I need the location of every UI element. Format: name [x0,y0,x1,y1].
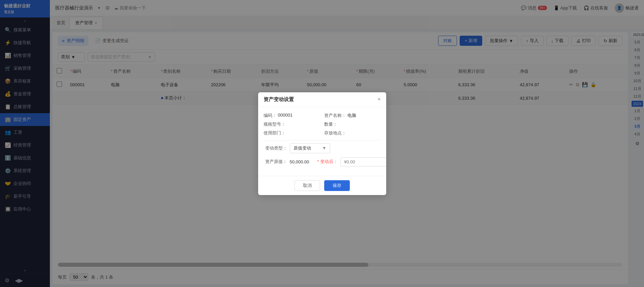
change-type-label: 变动类型： [264,145,287,151]
save-btn[interactable]: 保存 [324,180,350,191]
dialog-body: 编码： 000001 资产名称： 电脑 规格型号： 数量： 使用部门： [258,107,386,176]
dialog-code-item: 编码： 000001 [264,113,320,119]
dialog-name-item: 资产名称： 电脑 [324,113,381,119]
asset-change-dialog: 资产变动设置 × 编码： 000001 资产名称： 电脑 规格型号： 数量： [258,92,386,195]
dialog-name-label: 资产名称： [324,113,346,119]
dialog-info-grid: 编码： 000001 资产名称： 电脑 规格型号： 数量： 使用部门： [264,113,381,136]
after-change-input[interactable] [340,157,386,166]
dialog-code-label: 编码： [264,113,277,119]
change-type-value: 原值变动 [294,145,311,151]
value-row: 资产原值： 50,000.00 * 变动后： [264,157,381,166]
dialog-department-item: 使用部门： [264,130,320,136]
dialog-location-item: 存放地点： [324,130,381,136]
dialog-footer: 取消 保存 [258,176,386,195]
dialog-spec-label: 规格型号： [264,121,285,127]
dialog-quantity-label: 数量： [324,121,337,127]
dialog-overlay: 资产变动设置 × 编码： 000001 资产名称： 电脑 规格型号： 数量： [0,0,644,287]
change-type-select[interactable]: 原值变动 ▼ [290,143,330,153]
dialog-quantity-item: 数量： [324,121,381,127]
dialog-name-value: 电脑 [347,113,356,119]
dialog-location-label: 存放地点： [324,130,346,136]
after-change-label: * 变动后： [317,159,338,165]
original-value-value: 50,000.00 [290,159,309,164]
original-value-label: 资产原值： [264,159,287,165]
dialog-code-value: 000001 [278,113,293,119]
dialog-close-btn[interactable]: × [377,96,380,102]
dialog-title: 资产变动设置 [264,96,294,103]
cancel-btn[interactable]: 取消 [295,180,320,191]
dialog-department-label: 使用部门： [264,130,285,136]
dialog-header: 资产变动设置 × [258,92,386,107]
change-type-row: 变动类型： 原值变动 ▼ [264,143,381,153]
dialog-divider [264,140,381,140]
change-type-chevron: ▼ [322,146,327,151]
dialog-spec-item: 规格型号： [264,121,320,127]
